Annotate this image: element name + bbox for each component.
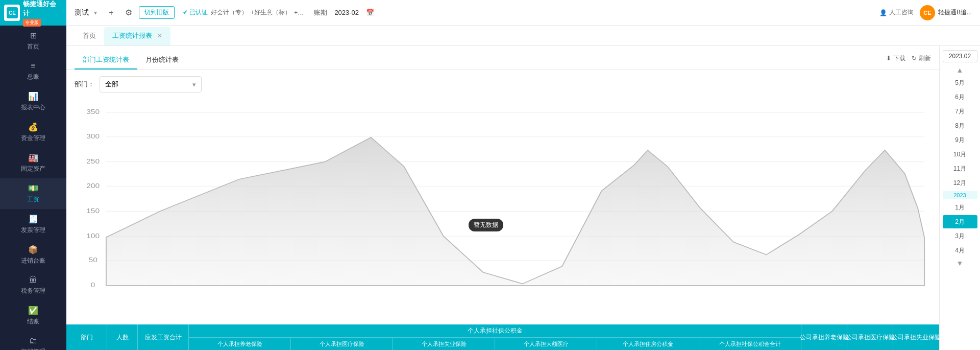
left-panel: 部门工资统计表 月份统计表 ⬇ 下载 ↻ 刷新 部门： xyxy=(66,46,939,350)
logo-text-block: 畅捷通好会计 专业版 xyxy=(23,0,62,27)
col-company-pension: 公司承担养老保险 xyxy=(801,324,847,350)
subtabs-left: 部门工资统计表 月份统计表 xyxy=(75,51,187,69)
sidebar-item-invoice-label: 发票管理 xyxy=(21,226,45,235)
select-arrow-icon: ▾ xyxy=(192,81,196,88)
right-panel: 2023.02 ▲ 5月 6月 7月 8月 9月 10月 11月 12月 202… xyxy=(939,46,980,350)
sidebar-item-ledger-label: 总账 xyxy=(27,73,39,81)
svg-text:50: 50 xyxy=(89,256,97,264)
tab-salary-report[interactable]: 工资统计报表 ✕ xyxy=(104,27,170,45)
date-month-12[interactable]: 12月 xyxy=(943,176,977,190)
topbar-settings-button[interactable]: ⚙ xyxy=(121,6,136,20)
topbar-right: 👤 人工咨询 CE 轻捷通B追... xyxy=(879,5,972,20)
tab-close-icon[interactable]: ✕ xyxy=(157,32,162,39)
col-total-salary: 应发工资合计 xyxy=(138,324,189,350)
dept-select[interactable]: 全部 ▾ xyxy=(100,76,202,92)
subtab-month[interactable]: 月份统计表 xyxy=(137,51,187,69)
user-avatar: CE xyxy=(920,5,935,20)
date-nav-down[interactable]: ▼ xyxy=(943,258,977,269)
group-subs: 个人承担养老保险 个人承担医疗保险 个人承担失业保险 个人承担大额医疗 个人承担… xyxy=(189,338,801,350)
service-label: 人工咨询 xyxy=(889,8,914,17)
home-icon: ⊞ xyxy=(30,31,37,40)
logo-icon: CE xyxy=(4,5,20,21)
sidebar-item-reports-label: 报表中心 xyxy=(21,103,45,112)
subtabs-right: ⬇ 下载 ↻ 刷新 xyxy=(886,54,931,67)
svg-text:CE: CE xyxy=(9,10,16,16)
purchase-icon: 📦 xyxy=(28,245,38,254)
date-month-1-2023[interactable]: 1月 xyxy=(943,201,977,214)
sidebar-item-settle[interactable]: ✅ 结账 xyxy=(0,300,66,331)
date-month-8[interactable]: 8月 xyxy=(943,119,977,132)
refresh-button[interactable]: ↻ 刷新 xyxy=(912,54,931,63)
refresh-label: 刷新 xyxy=(919,54,931,63)
sub-major-medical: 个人承担大额医疗 xyxy=(495,338,597,350)
period-value: 2023-02 xyxy=(334,9,359,16)
period-label: 账期 xyxy=(314,8,327,17)
topbar-badges: ✔ 已认证 好会计（专） +好生意（标） +… xyxy=(183,8,304,17)
date-month-3-2023[interactable]: 3月 xyxy=(943,229,977,243)
sidebar-item-assets[interactable]: 🏭 固定资产 xyxy=(0,148,66,178)
more-badge: +… xyxy=(294,9,304,16)
ledger-icon: ≡ xyxy=(31,61,35,71)
sidebar-item-reports[interactable]: 📊 报表中心 xyxy=(0,86,66,117)
funds-icon: 💰 xyxy=(28,122,38,132)
tab-home[interactable]: 首页 xyxy=(75,27,104,45)
col-company-medical: 公司承担医疗保险 xyxy=(847,324,893,350)
sidebar-item-ledger[interactable]: ≡ 总账 xyxy=(0,56,66,86)
date-month-7[interactable]: 7月 xyxy=(943,105,977,118)
archive-icon: 🗂 xyxy=(29,336,37,345)
subtab-dept[interactable]: 部门工资统计表 xyxy=(75,51,137,69)
sub-housing-fund: 个人承担住房公积金 xyxy=(597,338,699,350)
sidebar-item-home[interactable]: ⊞ 首页 xyxy=(0,26,66,56)
topbar-btn-group: + ⚙ 切到旧版 xyxy=(104,6,175,20)
sub-total: 个人承担社保公积金合计 xyxy=(699,338,801,350)
sidebar-item-funds-label: 资金管理 xyxy=(21,134,45,143)
topbar: 测试 ▾ + ⚙ 切到旧版 ✔ 已认证 好会计（专） +好生意（标） +… 账期… xyxy=(66,0,980,26)
user-service[interactable]: 👤 人工咨询 xyxy=(879,8,914,17)
sidebar-item-purchase[interactable]: 📦 进销台账 xyxy=(0,240,66,270)
sidebar-item-salary-label: 工资 xyxy=(27,195,39,204)
download-button[interactable]: ⬇ 下载 xyxy=(886,54,905,63)
sidebar-item-invoice[interactable]: 🧾 发票管理 xyxy=(0,209,66,240)
sidebar-item-funds[interactable]: 💰 资金管理 xyxy=(0,117,66,148)
col-company-unemployment: 公司承担失业保险 xyxy=(893,324,939,350)
date-month-5[interactable]: 5月 xyxy=(943,76,977,89)
refresh-icon: ↻ xyxy=(912,55,917,62)
sub-pension: 个人承担养老保险 xyxy=(189,338,291,350)
date-month-6[interactable]: 6月 xyxy=(943,90,977,104)
calendar-icon[interactable]: 📅 xyxy=(366,9,374,16)
col-dept: 部门 xyxy=(66,324,107,350)
topbar-dropdown-arrow[interactable]: ▾ xyxy=(94,9,97,16)
chart-area: 350 300 250 200 150 100 50 0 xyxy=(66,99,939,324)
user-profile[interactable]: CE 轻捷通B追... xyxy=(920,5,972,20)
download-label: 下载 xyxy=(893,54,905,63)
sidebar-item-archive[interactable]: 🗂 归档管理 xyxy=(0,331,66,350)
sidebar-item-tax[interactable]: 🏛 税务管理 xyxy=(0,270,66,300)
content-area: 部门工资统计表 月份统计表 ⬇ 下载 ↻ 刷新 部门： xyxy=(66,46,980,350)
sidebar-item-purchase-label: 进销台账 xyxy=(21,256,45,265)
sidebar-item-settle-label: 结账 xyxy=(27,317,39,326)
main-content: 测试 ▾ + ⚙ 切到旧版 ✔ 已认证 好会计（专） +好生意（标） +… 账期… xyxy=(66,0,980,350)
date-month-11[interactable]: 11月 xyxy=(943,162,977,175)
topbar-add-button[interactable]: + xyxy=(104,6,118,20)
business-badge: +好生意（标） xyxy=(251,8,291,17)
date-month-9[interactable]: 9月 xyxy=(943,133,977,147)
svg-text:100: 100 xyxy=(86,231,100,239)
date-month-10[interactable]: 10月 xyxy=(943,148,977,161)
tax-icon: 🏛 xyxy=(29,275,37,285)
sidebar-item-assets-label: 固定资产 xyxy=(21,165,45,173)
date-month-4-2023[interactable]: 4月 xyxy=(943,244,977,257)
tab-salary-report-label: 工资统计报表 xyxy=(112,32,152,39)
date-nav-up[interactable]: ▲ xyxy=(943,64,977,76)
date-month-2-2023[interactable]: 2月 xyxy=(943,215,977,228)
svg-text:200: 200 xyxy=(86,182,100,190)
sidebar-item-tax-label: 税务管理 xyxy=(21,287,45,295)
col-people: 人数 xyxy=(107,324,138,350)
svg-text:350: 350 xyxy=(86,108,100,115)
sidebar-item-archive-label: 归档管理 xyxy=(21,347,45,350)
reports-icon: 📊 xyxy=(28,91,38,101)
sidebar-item-salary[interactable]: 💵 工资 xyxy=(0,178,66,209)
sidebar: CE 畅捷通好会计 专业版 ⊞ 首页 ≡ 总账 📊 报表中心 💰 资金管理 🏭 xyxy=(0,0,66,350)
sub-unemployment: 个人承担失业保险 xyxy=(393,338,495,350)
filter-label: 部门： xyxy=(75,80,94,89)
topbar-switch-button[interactable]: 切到旧版 xyxy=(139,6,175,19)
